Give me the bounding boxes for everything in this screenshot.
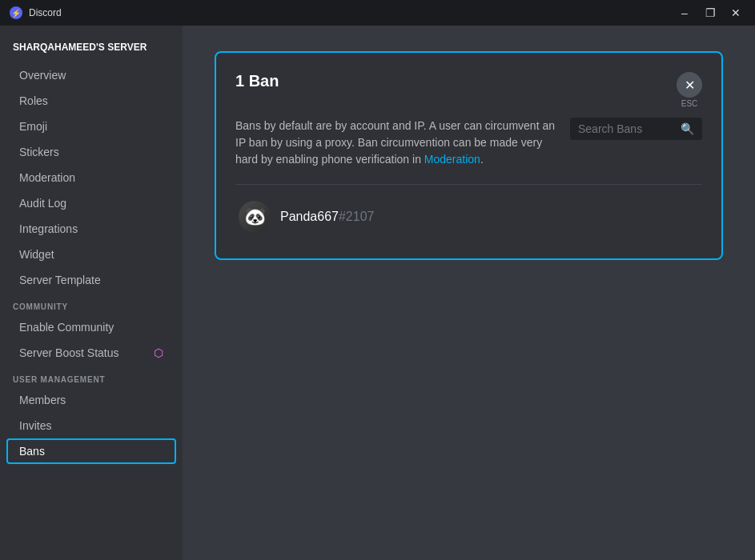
avatar: 🐼 [239, 201, 271, 233]
close-button[interactable]: ✕ [677, 72, 702, 98]
sidebar-item-server-template[interactable]: Server Template [6, 267, 176, 293]
sidebar-item-bans[interactable]: Bans [6, 438, 176, 464]
sidebar-item-stickers[interactable]: Stickers [6, 139, 176, 165]
card-header: 1 Ban ✕ ESC [235, 72, 702, 108]
section-label-community: COMMUNITY [0, 293, 183, 314]
banned-users-list: 🐼 Panda667#2107 [235, 194, 702, 239]
sidebar-item-widget[interactable]: Widget [6, 242, 176, 267]
sidebar-item-overview[interactable]: Overview [6, 62, 176, 88]
main-panel: 1 Ban ✕ ESC Bans by default are by accou… [183, 26, 755, 560]
description-text: Bans by default are by account and IP. A… [235, 118, 557, 168]
user-info: Panda667#2107 [280, 210, 374, 224]
sidebar-item-audit-log[interactable]: Audit Log [6, 190, 176, 216]
title-bar-controls: – ❐ ✕ [675, 3, 745, 22]
description-row: Bans by default are by account and IP. A… [235, 118, 702, 168]
sidebar-item-invites[interactable]: Invites [6, 413, 176, 438]
sidebar-item-integrations[interactable]: Integrations [6, 216, 176, 242]
discriminator: #2107 [339, 210, 375, 223]
close-window-button[interactable]: ✕ [726, 3, 745, 22]
app-body: SHARQAHAMEED'S SERVER Overview Roles Emo… [0, 26, 755, 560]
search-bar[interactable]: 🔍 [570, 118, 702, 140]
card-title: 1 Ban [235, 72, 279, 90]
divider [235, 184, 702, 185]
maximize-button[interactable]: ❐ [701, 3, 720, 22]
boost-icon: ⬡ [154, 346, 163, 359]
sidebar: SHARQAHAMEED'S SERVER Overview Roles Emo… [0, 26, 183, 560]
sidebar-nav-main: Overview Roles Emoji Stickers Moderation… [0, 62, 183, 293]
section-label-user-management: USER MANAGEMENT [0, 366, 183, 387]
moderation-link[interactable]: Moderation [424, 153, 480, 166]
sidebar-item-server-boost-status[interactable]: Server Boost Status ⬡ [6, 340, 176, 366]
content-card: 1 Ban ✕ ESC Bans by default are by accou… [215, 51, 723, 260]
table-row: 🐼 Panda667#2107 [235, 194, 702, 239]
server-name: SHARQAHAMEED'S SERVER [0, 38, 183, 62]
sidebar-item-roles[interactable]: Roles [6, 88, 176, 114]
username: Panda667 [280, 210, 339, 223]
sidebar-item-members[interactable]: Members [6, 387, 176, 413]
sidebar-item-moderation[interactable]: Moderation [6, 165, 176, 190]
title-bar-left: ⚡ Discord [10, 6, 62, 19]
title-bar: ⚡ Discord – ❐ ✕ [0, 0, 755, 26]
discord-icon: ⚡ [10, 6, 22, 19]
minimize-button[interactable]: – [675, 3, 694, 22]
search-input[interactable] [578, 122, 674, 135]
sidebar-item-enable-community[interactable]: Enable Community [6, 314, 176, 340]
avatar-inner: 🐼 [239, 201, 271, 233]
sidebar-item-emoji[interactable]: Emoji [6, 114, 176, 139]
esc-label: ESC [681, 99, 698, 108]
close-container: ✕ ESC [677, 72, 702, 108]
title-bar-title: Discord [29, 7, 62, 18]
search-icon: 🔍 [681, 122, 694, 135]
